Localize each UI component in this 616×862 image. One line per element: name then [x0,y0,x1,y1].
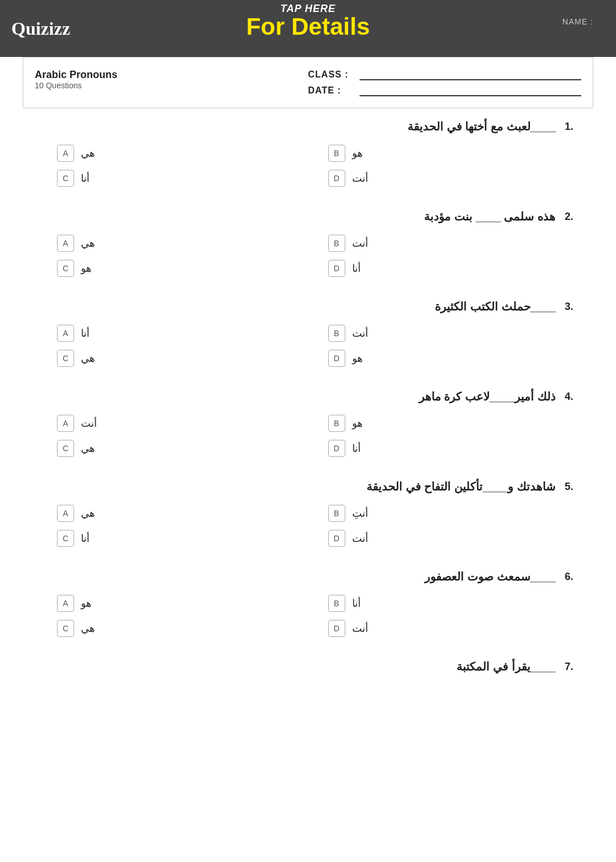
option-1-b[interactable]: Bهو [328,145,582,162]
date-label: DATE : [308,85,354,96]
options-grid-4: AأنتBهوCهيDأنا [57,415,582,457]
option-text-5-b: أنتِ [352,507,368,520]
date-row: DATE : [308,85,582,96]
option-4-a[interactable]: Aأنت [57,415,311,432]
question-6: 6.____سمعث صوت العصفورAهوBأناCهيDأنت [34,570,582,637]
for-details-text: For Details [246,15,370,39]
option-2-b[interactable]: Bأنت [328,235,582,252]
options-grid-2: AهيBأنتCهوDأنا [57,235,582,277]
quiz-info: Arabic Pronouns 10 Questions [35,63,308,102]
questions-area: 1.____لعبث مع أختها في الحديقةAهيBهوCأنا… [0,108,616,708]
option-6-b[interactable]: Bأنا [328,595,582,612]
question-5: 5.شاهدتك و____تأكلين التفاح في الحديقةAه… [34,480,582,547]
quiz-subtitle: 10 Questions [35,81,308,90]
question-header-4: 4.ذلك أمير____لاعب كرة ماهر [34,390,582,403]
question-text-5: شاهدتك و____تأكلين التفاح في الحديقة [366,480,556,493]
quizizz-logo: Quizizz [11,18,70,39]
option-2-a[interactable]: Aهي [57,235,311,252]
option-6-a[interactable]: Aهو [57,595,311,612]
question-number-7: 7. [565,661,582,673]
logo-text: Quizizz [11,18,70,39]
option-5-a[interactable]: Aهي [57,505,311,522]
option-1-d[interactable]: Dأنت [328,170,582,187]
option-text-4-d: أنا [352,442,361,455]
option-box-5-d: D [328,530,345,547]
option-3-c[interactable]: Cهي [57,350,311,367]
question-text-4: ذلك أمير____لاعب كرة ماهر [419,390,556,403]
option-3-b[interactable]: Bأنت [328,325,582,342]
question-header-2: 2.هذه سلمى ____ بنت مؤدبة [34,210,582,223]
question-text-3: ____حملث الكتب الكثيرة [435,300,556,313]
question-1: 1.____لعبث مع أختها في الحديقةAهيBهوCأنا… [34,120,582,187]
options-grid-5: AهيBأنتِCأناDأنت [57,505,582,547]
option-box-5-a: A [57,505,74,522]
option-box-4-d: D [328,440,345,457]
option-box-4-a: A [57,415,74,432]
option-text-4-c: هي [81,442,95,455]
class-line[interactable] [360,69,582,80]
option-text-3-b: أنت [352,327,368,340]
option-3-a[interactable]: Aأنا [57,325,311,342]
question-header-5: 5.شاهدتك و____تأكلين التفاح في الحديقة [34,480,582,493]
option-5-c[interactable]: Cأنا [57,530,311,547]
option-3-d[interactable]: Dهو [328,350,582,367]
option-box-3-c: C [57,350,74,367]
question-3: 3.____حملث الكتب الكثيرةAأناBأنتCهيDهو [34,300,582,367]
question-text-2: هذه سلمى ____ بنت مؤدبة [424,210,556,223]
question-2: 2.هذه سلمى ____ بنت مؤدبةAهيBأنتCهوDأنا [34,210,582,277]
class-row: CLASS : [308,69,582,80]
options-grid-6: AهوBأناCهيDأنت [57,595,582,637]
option-box-6-c: C [57,620,74,637]
option-2-d[interactable]: Dأنا [328,260,582,277]
question-4: 4.ذلك أمير____لاعب كرة ماهرAأنتBهوCهيDأن… [34,390,582,457]
option-box-6-b: B [328,595,345,612]
option-box-2-d: D [328,260,345,277]
option-text-5-a: هي [81,507,95,520]
option-box-3-d: D [328,350,345,367]
option-text-2-a: هي [81,237,95,250]
option-6-c[interactable]: Cهي [57,620,311,637]
question-number-5: 5. [565,481,582,493]
option-box-4-c: C [57,440,74,457]
option-text-6-b: أنا [352,597,361,610]
tap-banner[interactable]: TAP HERE For Details [246,3,370,39]
option-2-c[interactable]: Cهو [57,260,311,277]
option-text-3-d: هو [352,352,363,365]
option-4-b[interactable]: Bهو [328,415,582,432]
option-text-3-c: هي [81,352,95,365]
option-text-1-b: هو [352,147,363,160]
question-7: 7.____يقرأ في المكتبة [34,660,582,673]
option-1-c[interactable]: Cأنا [57,170,311,187]
option-text-2-d: أنا [352,262,361,275]
option-text-1-c: أنا [81,172,89,185]
option-box-2-c: C [57,260,74,277]
options-grid-1: AهيBهوCأناDأنت [57,145,582,187]
option-box-3-b: B [328,325,345,342]
option-box-1-c: C [57,170,74,187]
option-4-c[interactable]: Cهي [57,440,311,457]
question-number-1: 1. [565,121,582,133]
option-1-a[interactable]: Aهي [57,145,311,162]
question-header-7: 7.____يقرأ في المكتبة [34,660,582,673]
question-header-6: 6.____سمعث صوت العصفور [34,570,582,583]
option-box-2-a: A [57,235,74,252]
option-4-d[interactable]: Dأنا [328,440,582,457]
question-text-1: ____لعبث مع أختها في الحديقة [407,120,556,133]
option-text-6-d: أنت [352,622,368,635]
question-number-6: 6. [565,571,582,583]
option-box-1-a: A [57,145,74,162]
option-text-2-c: هو [81,262,92,275]
option-text-6-c: هي [81,622,95,635]
option-5-b[interactable]: Bأنتِ [328,505,582,522]
date-line[interactable] [360,85,582,96]
option-5-d[interactable]: Dأنت [328,530,582,547]
option-box-2-b: B [328,235,345,252]
option-text-2-b: أنت [352,237,368,250]
question-text-6: ____سمعث صوت العصفور [425,570,556,583]
option-text-5-d: أنت [352,532,368,545]
option-6-d[interactable]: Dأنت [328,620,582,637]
name-label: NAME : [562,17,593,26]
option-box-4-b: B [328,415,345,432]
fields-area: CLASS : DATE : [308,63,582,102]
option-text-4-b: هو [352,417,363,430]
